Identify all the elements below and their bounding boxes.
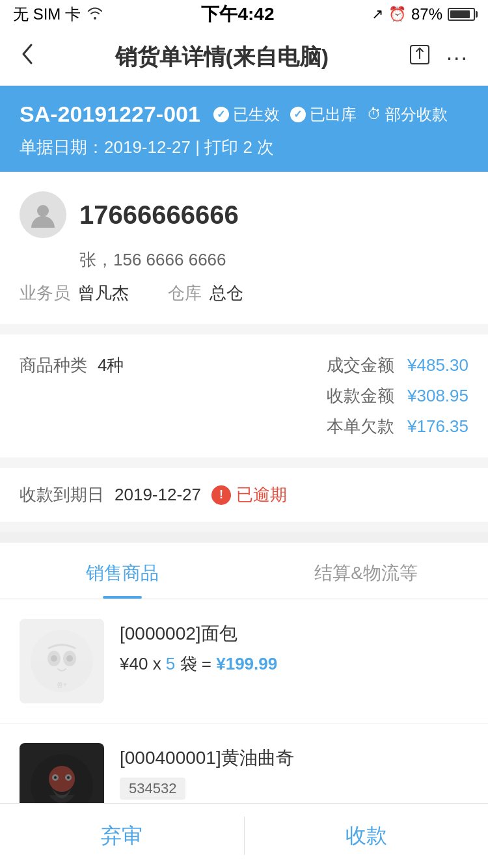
svg-point-6	[66, 655, 73, 662]
customer-row: 17666666666	[20, 191, 468, 238]
due-date: 2019-12-27	[115, 485, 201, 505]
salesperson-value: 曾凡杰	[78, 282, 129, 305]
due-label: 收款到期日	[20, 483, 104, 506]
check-icon-2: ✓	[290, 107, 306, 122]
customer-id: 17666666666	[79, 200, 239, 230]
overdue-badge: ! 已逾期	[211, 483, 287, 506]
warehouse-label: 仓库	[168, 282, 202, 305]
sim-status: 无 SIM 卡	[13, 4, 81, 25]
debt-amount: ¥176.35	[407, 416, 468, 437]
battery-percent: 87%	[411, 5, 442, 23]
warehouse-info: 仓库 总仓	[168, 282, 243, 305]
confirm-button[interactable]: 收款	[245, 804, 489, 868]
product-price-row-1: ¥40 x 5 袋 = ¥199.99	[120, 653, 468, 675]
debt-label: 本单欠款	[327, 415, 394, 438]
received-amount: ¥308.95	[407, 386, 468, 406]
alarm-icon: ⏰	[388, 6, 406, 23]
debt-row: 本单欠款 ¥176.35	[327, 415, 468, 438]
customer-info-row: 业务员 曾凡杰 仓库 总仓	[20, 282, 468, 305]
nav-bar: 销货单详情(来自电脑) ···	[0, 29, 488, 86]
check-icon-1: ✓	[213, 107, 229, 122]
page-title: 销货单详情(来自电脑)	[115, 42, 329, 72]
product-name-2: [000400001]黄油曲奇	[120, 746, 468, 770]
avatar	[20, 191, 66, 238]
warehouse-value: 总仓	[210, 282, 243, 305]
customer-section: 17666666666 张，156 6666 6666 业务员 曾凡杰 仓库 总…	[0, 172, 488, 324]
product-type-label: 商品种类	[20, 354, 87, 377]
product-total-1: ¥199.99	[216, 654, 277, 673]
badge-activated: ✓ 已生效	[213, 104, 280, 125]
tab-settlement-logistics[interactable]: 结算&物流等	[244, 543, 488, 599]
product-item: 兽+ [0000002]面包 ¥40 x 5 袋 = ¥199.99	[0, 599, 488, 724]
svg-point-13	[67, 776, 70, 779]
product-qty-1: 5	[166, 654, 175, 673]
back-button[interactable]	[20, 41, 35, 73]
order-meta: 单据日期：2019-12-27 | 打印 2 次	[20, 136, 468, 159]
product-name-1: [0000002]面包	[120, 621, 468, 646]
badge-partial-payment: ⏱ 部分收款	[367, 104, 448, 125]
product-image-1: 兽+	[20, 619, 104, 703]
svg-point-12	[54, 776, 57, 779]
clock-icon: ⏱	[367, 106, 381, 123]
product-count: 4种	[98, 354, 124, 377]
tab-sales-products[interactable]: 销售商品	[0, 543, 244, 599]
order-id: SA-20191227-001	[20, 102, 200, 127]
customer-sub: 张，156 6666 6666	[20, 249, 468, 271]
transaction-label: 成交金额	[327, 354, 394, 377]
summary-left: 商品种类 4种	[20, 354, 124, 377]
overdue-icon: !	[211, 485, 231, 505]
share-icon[interactable]	[409, 44, 431, 71]
salesperson-info: 业务员 曾凡杰	[20, 282, 129, 305]
transaction-amount: ¥485.30	[407, 355, 468, 375]
status-bar: 无 SIM 卡 下午4:42 ↗ ⏰ 87%	[0, 0, 488, 29]
received-row: 收款金额 ¥308.95	[327, 385, 468, 407]
tabs-section: 销售商品 结算&物流等	[0, 543, 488, 599]
summary-section: 商品种类 4种 成交金额 ¥485.30 收款金额 ¥308.95 本单欠款 ¥…	[0, 334, 488, 457]
status-time: 下午4:42	[201, 2, 274, 27]
received-label: 收款金额	[327, 385, 394, 407]
more-icon[interactable]: ···	[446, 44, 468, 70]
location-icon: ↗	[372, 6, 383, 23]
section-divider	[0, 532, 488, 543]
wifi-icon	[86, 5, 104, 23]
order-header: SA-20191227-001 ✓ 已生效 ✓ 已出库 ⏱ 部分收款 单据日期：…	[0, 86, 488, 172]
product-sku: 534532	[120, 778, 185, 800]
status-right: ↗ ⏰ 87%	[372, 5, 475, 23]
status-badges: ✓ 已生效 ✓ 已出库 ⏱ 部分收款	[213, 104, 448, 125]
salesperson-label: 业务员	[20, 282, 70, 305]
product-info-1: [0000002]面包 ¥40 x 5 袋 = ¥199.99	[120, 619, 468, 675]
transaction-row: 成交金额 ¥485.30	[327, 354, 468, 377]
battery-indicator	[448, 8, 475, 21]
summary-right: 成交金额 ¥485.30 收款金额 ¥308.95 本单欠款 ¥176.35	[327, 354, 468, 438]
svg-text:兽+: 兽+	[57, 681, 67, 688]
order-header-top: SA-20191227-001 ✓ 已生效 ✓ 已出库 ⏱ 部分收款	[20, 102, 468, 127]
cancel-button[interactable]: 弃审	[0, 804, 244, 868]
status-left: 无 SIM 卡	[13, 4, 104, 25]
due-section: 收款到期日 2019-12-27 ! 已逾期	[0, 468, 488, 522]
battery-fill	[450, 10, 470, 18]
svg-point-5	[51, 655, 57, 662]
badge-shipped: ✓ 已出库	[290, 104, 357, 125]
bottom-bar: 弃审 收款	[0, 803, 488, 868]
svg-point-1	[37, 205, 49, 217]
overdue-text: 已逾期	[236, 483, 287, 506]
nav-actions: ···	[409, 44, 468, 71]
